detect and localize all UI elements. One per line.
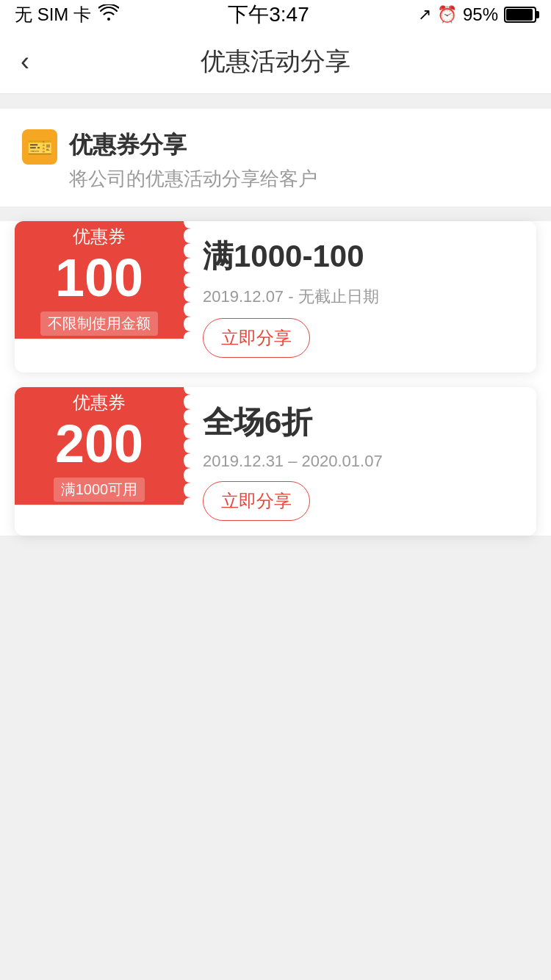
coupon-condition-2: 满1000可用 xyxy=(54,478,145,502)
section-header: 🎫 优惠券分享 将公司的优惠活动分享给客户 xyxy=(0,109,551,206)
coupon-right-2: 全场6折 2019.12.31 – 2020.01.07 立即分享 xyxy=(191,387,536,536)
coupon-list: 优惠券 100 不限制使用金额 满1000-100 2019.12.07 - 无… xyxy=(0,221,551,536)
coupon-icon: 🎫 xyxy=(27,135,53,159)
coupon-card-1: 优惠券 100 不限制使用金额 满1000-100 2019.12.07 - 无… xyxy=(15,221,536,372)
coupon-label-1: 优惠券 xyxy=(73,225,126,248)
section-icon: 🎫 xyxy=(22,129,57,165)
coupon-amount-2: 200 xyxy=(55,417,143,470)
section-text-group: 优惠券分享 将公司的优惠活动分享给客户 xyxy=(69,129,317,192)
alarm-icon: ⏰ xyxy=(437,5,457,24)
section-title: 优惠券分享 xyxy=(69,129,317,162)
page-title: 优惠活动分享 xyxy=(201,45,350,79)
coupon-name-1: 满1000-100 xyxy=(203,236,519,277)
coupon-right-1: 满1000-100 2019.12.07 - 无截止日期 立即分享 xyxy=(191,221,536,372)
location-icon: ↗ xyxy=(418,5,431,24)
coupon-label-2: 优惠券 xyxy=(73,391,126,414)
carrier-label: 无 SIM 卡 xyxy=(15,3,91,26)
battery-percent: 95% xyxy=(463,4,498,25)
back-button[interactable]: ‹ xyxy=(21,46,29,77)
wifi-icon xyxy=(98,4,119,25)
nav-bar: ‹ 优惠活动分享 xyxy=(0,29,551,94)
status-time: 下午3:47 xyxy=(228,1,309,29)
coupon-card-2: 优惠券 200 满1000可用 全场6折 2019.12.31 – 2020.0… xyxy=(15,387,536,536)
battery-icon xyxy=(504,7,536,23)
coupon-name-2: 全场6折 xyxy=(203,402,519,443)
share-button-1[interactable]: 立即分享 xyxy=(203,318,310,358)
status-left: 无 SIM 卡 xyxy=(15,3,119,26)
coupon-date-2: 2019.12.31 – 2020.01.07 xyxy=(203,452,519,471)
coupon-condition-1: 不限制使用金额 xyxy=(40,311,158,336)
share-button-2[interactable]: 立即分享 xyxy=(203,481,310,521)
status-right: ↗ ⏰ 95% xyxy=(418,4,536,25)
section-subtitle: 将公司的优惠活动分享给客户 xyxy=(69,166,317,192)
coupon-date-1: 2019.12.07 - 无截止日期 xyxy=(203,286,519,308)
status-bar: 无 SIM 卡 下午3:47 ↗ ⏰ 95% xyxy=(0,0,551,29)
coupon-amount-1: 100 xyxy=(55,251,143,304)
empty-area xyxy=(0,550,551,976)
